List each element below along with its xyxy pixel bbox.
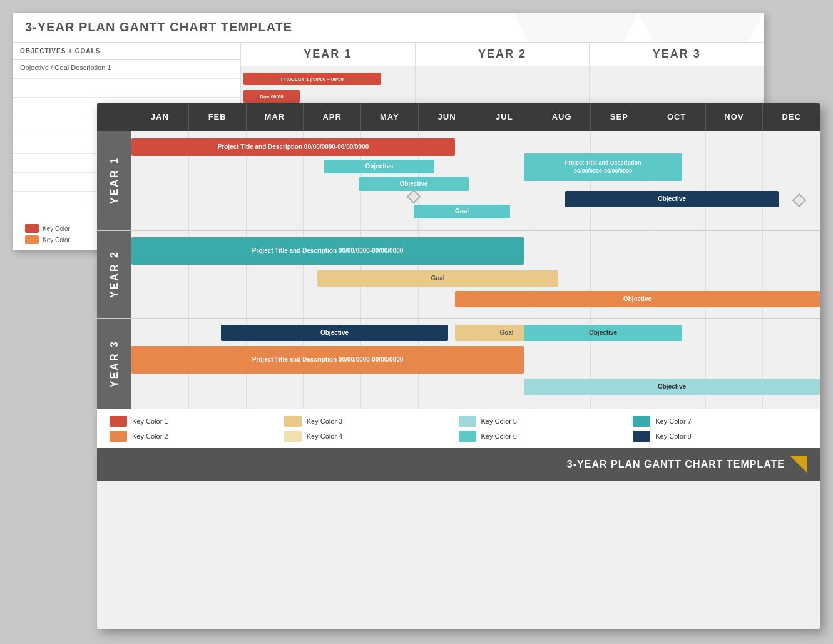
month-jan: JAN <box>131 103 189 131</box>
month-apr: APR <box>304 103 361 131</box>
legend-label-4: Key Color 4 <box>307 432 342 440</box>
year1-band: YEAR 1 Project Title and Description 00/… <box>97 131 820 231</box>
month-aug: AUG <box>533 103 591 131</box>
back-year-headers: YEAR 1 YEAR 2 YEAR 3 <box>241 43 764 66</box>
year1-grid: Project Title and Description 00/00/0000… <box>131 131 820 230</box>
y1-diamond <box>407 190 421 204</box>
back-row-2 <box>13 79 240 98</box>
month-may: MAY <box>361 103 419 131</box>
legend-item-8: Key Color 8 <box>633 431 807 442</box>
y1-project-bar: Project Title and Description 00/00/0000… <box>131 138 455 156</box>
month-nov: NOV <box>706 103 764 131</box>
legend-col-3: Key Color 5 Key Color 6 <box>459 416 633 442</box>
legend-swatch-8 <box>633 431 650 442</box>
year2-label: YEAR 2 <box>97 231 131 318</box>
y1-obj1: Objective <box>324 160 434 173</box>
back-swatch-2 <box>25 235 39 244</box>
legend-item-4: Key Color 4 <box>284 431 459 442</box>
month-dec: DEC <box>763 103 820 131</box>
legend-item-5: Key Color 5 <box>459 416 633 427</box>
footer-title: 3-YEAR PLAN GANTT CHART TEMPLATE <box>567 459 785 470</box>
legend-swatch-4 <box>284 431 302 442</box>
legend-swatch-6 <box>459 431 476 442</box>
footer-accent <box>790 456 807 473</box>
back-card-title: 3-YEAR PLAN GANTT CHART TEMPLATE <box>25 20 292 34</box>
y2-obj-orange: Objective <box>455 291 820 307</box>
back-objectives-header: OBJECTIVES + GOALS <box>13 43 240 60</box>
legend-item-2: Key Color 2 <box>110 431 284 442</box>
legend-item-6: Key Color 6 <box>459 431 633 442</box>
legend-item-3: Key Color 3 <box>284 416 459 427</box>
back-project1-bar: PROJECT 1 | 00/00 – 00/00 <box>243 73 381 85</box>
back-legend-label-1: Key Color <box>43 225 70 232</box>
legend-label-8: Key Color 8 <box>655 432 691 440</box>
month-feb: FEB <box>189 103 247 131</box>
back-row-1: Objective / Goal Description 1 <box>13 60 240 79</box>
back-legend: Key Color Key Color <box>25 224 70 244</box>
back-year-2: YEAR 2 <box>416 43 590 66</box>
legend-label-6: Key Color 6 <box>481 432 517 440</box>
back-card-header: 3-YEAR PLAN GANTT CHART TEMPLATE <box>13 13 764 43</box>
legend-swatch-7 <box>633 416 650 427</box>
y1-goal: Goal <box>414 205 510 218</box>
legend-label-1: Key Color 1 <box>132 417 168 425</box>
legend-swatch-2 <box>110 431 127 442</box>
y3-obj-teal: Objective <box>524 325 682 341</box>
legend-col-4: Key Color 7 Key Color 8 <box>633 416 807 442</box>
month-jun: JUN <box>419 103 476 131</box>
back-legend-item-2: Key Color <box>25 235 70 244</box>
legend-swatch-5 <box>459 416 476 427</box>
legend-section: Key Color 1 Key Color 2 Key Color 3 Key … <box>97 409 820 448</box>
legend-item-1: Key Color 1 <box>110 416 284 427</box>
month-oct: OCT <box>648 103 706 131</box>
y3-obj-dark: Objective <box>221 325 448 341</box>
y1-project-teal: Project Title and Description 00/00/0000… <box>524 153 682 181</box>
year2-band: YEAR 2 Project Title and Description 00/… <box>97 231 820 319</box>
y1-diamond-right <box>792 193 807 208</box>
legend-col-1: Key Color 1 Key Color 2 <box>110 416 284 442</box>
month-jul: JUL <box>476 103 534 131</box>
back-year-1: YEAR 1 <box>241 43 416 66</box>
year2-grid: Project Title and Description 00/00/0000… <box>131 231 820 318</box>
legend-swatch-3 <box>284 416 302 427</box>
y2-goal: Goal <box>317 270 558 287</box>
footer-brand: 3-YEAR PLAN GANTT CHART TEMPLATE <box>567 456 807 473</box>
back-year-3: YEAR 3 <box>590 43 764 66</box>
year3-label: YEAR 3 <box>97 319 131 409</box>
year3-band: YEAR 3 Objective Goal Project Title and … <box>97 319 820 409</box>
legend-label-2: Key Color 2 <box>132 432 168 440</box>
back-swatch-1 <box>25 224 39 233</box>
back-legend-label-2: Key Color <box>43 237 70 243</box>
back-due-bar-1: Due 00/00 <box>243 90 300 103</box>
front-card: JAN FEB MAR APR MAY JUN JUL AUG SEP OCT … <box>97 103 820 629</box>
back-legend-item-1: Key Color <box>25 224 70 233</box>
y2-project-bar: Project Title and Description 00/00/0000… <box>131 237 524 265</box>
month-header-row: JAN FEB MAR APR MAY JUN JUL AUG SEP OCT … <box>97 103 820 131</box>
y3-project-orange: Project Title and Description 00/00/0000… <box>131 346 524 374</box>
year3-grid: Objective Goal Project Title and Descrip… <box>131 319 820 409</box>
legend-swatch-1 <box>110 416 127 427</box>
legend-label-5: Key Color 5 <box>481 417 517 425</box>
legend-col-2: Key Color 3 Key Color 4 <box>284 416 459 442</box>
y1-obj-dark: Objective <box>565 191 779 207</box>
legend-label-7: Key Color 7 <box>655 417 691 425</box>
front-footer: 3-YEAR PLAN GANTT CHART TEMPLATE <box>97 448 820 481</box>
year1-label: YEAR 1 <box>97 131 131 230</box>
month-sep: SEP <box>591 103 648 131</box>
legend-label-3: Key Color 3 <box>307 417 342 425</box>
y3-obj-lightteal: Objective <box>524 379 820 395</box>
month-cells: JAN FEB MAR APR MAY JUN JUL AUG SEP OCT … <box>131 103 820 131</box>
legend-item-7: Key Color 7 <box>633 416 807 427</box>
month-mar: MAR <box>247 103 304 131</box>
